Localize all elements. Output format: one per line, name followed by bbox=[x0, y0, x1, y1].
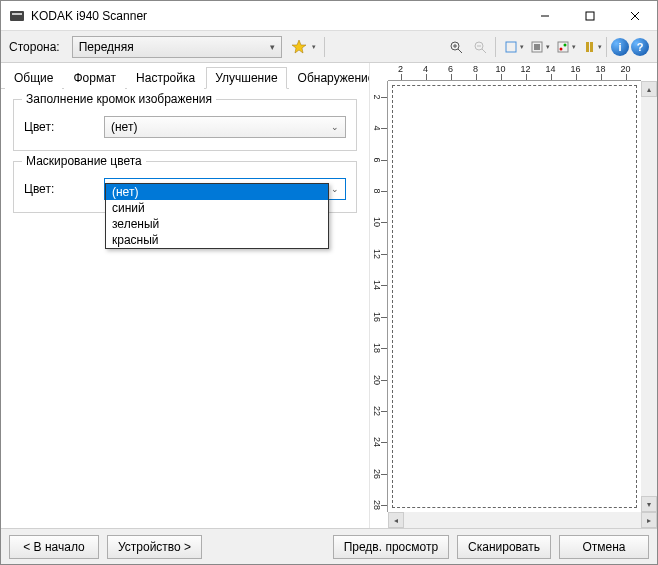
scroll-down-button[interactable]: ▾ bbox=[641, 496, 657, 512]
svg-rect-3 bbox=[586, 12, 594, 20]
chevron-down-icon: ⌄ bbox=[331, 184, 339, 194]
home-button[interactable]: < В начало bbox=[9, 535, 99, 559]
svg-rect-15 bbox=[534, 44, 540, 50]
color-dropout-legend: Маскирование цвета bbox=[22, 154, 146, 168]
svg-rect-16 bbox=[558, 42, 568, 52]
shortcut-button[interactable] bbox=[288, 36, 310, 58]
svg-rect-0 bbox=[10, 11, 24, 21]
preview-pane: 2468101214161820 24681012141618202224262… bbox=[369, 63, 657, 528]
body-area: Общие Формат Настройка Улучшение Обнаруж… bbox=[1, 63, 657, 528]
edge-fill-color-value: (нет) bbox=[111, 120, 137, 134]
scroll-right-button[interactable]: ▸ bbox=[641, 512, 657, 528]
zoom-out-button[interactable] bbox=[469, 36, 491, 58]
svg-rect-19 bbox=[586, 42, 589, 52]
svg-line-11 bbox=[482, 49, 486, 53]
document-outline bbox=[392, 85, 637, 508]
tab-enhance[interactable]: Улучшение bbox=[206, 67, 286, 89]
toolbar: Сторона: Передняя ▾ ▾ ▾ ▾ ▾ ▾ i ? bbox=[1, 31, 657, 63]
dropdown-option[interactable]: красный bbox=[106, 232, 328, 248]
scrollbar-vertical[interactable]: ▴ ▾ bbox=[641, 81, 657, 512]
color-dropout-dropdown[interactable]: (нет) синий зеленый красный bbox=[105, 183, 329, 249]
titlebar: KODAK i940 Scanner bbox=[1, 1, 657, 31]
svg-rect-13 bbox=[506, 42, 516, 52]
tool-button-2[interactable] bbox=[526, 36, 548, 58]
edge-fill-legend: Заполнение кромок изображения bbox=[22, 92, 216, 106]
svg-rect-1 bbox=[12, 13, 22, 15]
scroll-up-button[interactable]: ▴ bbox=[641, 81, 657, 97]
info-button[interactable]: i bbox=[611, 38, 629, 56]
separator bbox=[495, 37, 496, 57]
chevron-down-icon: ▾ bbox=[572, 43, 576, 51]
edge-fill-color-select[interactable]: (нет) ⌄ bbox=[104, 116, 346, 138]
settings-pane: Общие Формат Настройка Улучшение Обнаруж… bbox=[1, 63, 369, 528]
app-icon bbox=[9, 8, 25, 24]
tool-button-3[interactable] bbox=[552, 36, 574, 58]
ruler-horizontal: 2468101214161820 bbox=[388, 63, 641, 81]
preview-button[interactable]: Предв. просмотр bbox=[333, 535, 449, 559]
tab-format[interactable]: Формат bbox=[64, 67, 125, 89]
scrollbar-horizontal[interactable]: ◂ ▸ bbox=[388, 512, 657, 528]
tab-strip: Общие Формат Настройка Улучшение Обнаруж… bbox=[1, 63, 369, 89]
scroll-left-button[interactable]: ◂ bbox=[388, 512, 404, 528]
svg-rect-20 bbox=[590, 42, 593, 52]
preview-canvas[interactable] bbox=[388, 81, 641, 512]
side-select-value: Передняя bbox=[79, 40, 134, 54]
edge-fill-color-label: Цвет: bbox=[24, 120, 104, 134]
ruler-vertical: 246810121416182022242628 bbox=[370, 81, 388, 512]
separator bbox=[606, 37, 607, 57]
help-button[interactable]: ? bbox=[631, 38, 649, 56]
tab-adjust[interactable]: Настройка bbox=[127, 67, 204, 89]
chevron-down-icon: ▾ bbox=[270, 42, 275, 52]
zoom-in-button[interactable] bbox=[445, 36, 467, 58]
tool-button-1[interactable] bbox=[500, 36, 522, 58]
chevron-down-icon: ⌄ bbox=[331, 122, 339, 132]
minimize-button[interactable] bbox=[522, 1, 567, 30]
tool-button-4[interactable] bbox=[578, 36, 600, 58]
separator bbox=[324, 37, 325, 57]
device-button[interactable]: Устройство > bbox=[107, 535, 202, 559]
svg-line-7 bbox=[458, 49, 462, 53]
window-title: KODAK i940 Scanner bbox=[31, 9, 522, 23]
scroll-track[interactable] bbox=[404, 512, 641, 528]
scroll-track[interactable] bbox=[641, 97, 657, 496]
side-select[interactable]: Передняя ▾ bbox=[72, 36, 282, 58]
chevron-down-icon: ▾ bbox=[312, 43, 316, 51]
tab-general[interactable]: Общие bbox=[5, 67, 62, 89]
edge-fill-group: Заполнение кромок изображения Цвет: (нет… bbox=[13, 99, 357, 151]
bottom-bar: < В начало Устройство > Предв. просмотр … bbox=[1, 528, 657, 564]
dropdown-option[interactable]: синий bbox=[106, 200, 328, 216]
chevron-down-icon: ▾ bbox=[546, 43, 550, 51]
svg-point-18 bbox=[564, 43, 567, 46]
chevron-down-icon: ▾ bbox=[598, 43, 602, 51]
side-label: Сторона: bbox=[9, 40, 60, 54]
dropdown-option[interactable]: зеленый bbox=[106, 216, 328, 232]
scan-button[interactable]: Сканировать bbox=[457, 535, 551, 559]
color-dropout-color-label: Цвет: bbox=[24, 182, 104, 196]
cancel-button[interactable]: Отмена bbox=[559, 535, 649, 559]
close-button[interactable] bbox=[612, 1, 657, 30]
chevron-down-icon: ▾ bbox=[520, 43, 524, 51]
maximize-button[interactable] bbox=[567, 1, 612, 30]
dropdown-option[interactable]: (нет) bbox=[106, 184, 328, 200]
svg-point-17 bbox=[560, 47, 563, 50]
